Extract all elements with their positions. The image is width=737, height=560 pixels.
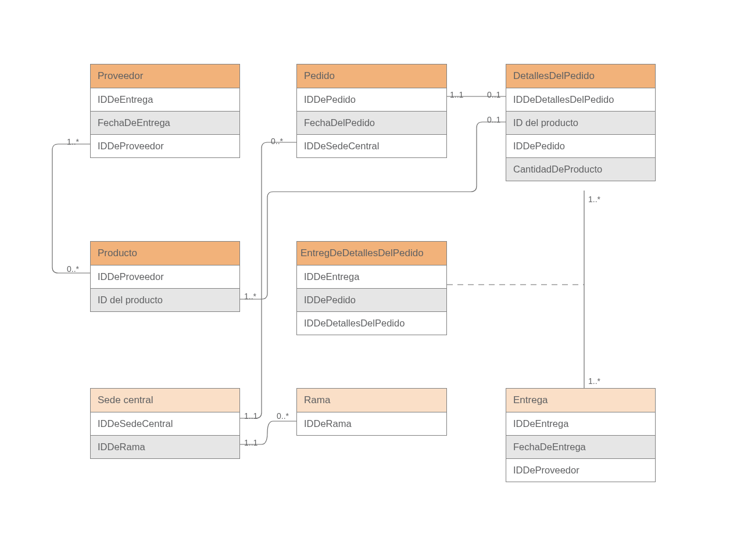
entity-detalles-del-pedido[interactable]: DetallesDelPedido IDDeDetallesDelPedido … <box>506 64 656 181</box>
multiplicity-label: 1..1 <box>244 438 257 447</box>
entity-attribute: ID del producto <box>90 289 240 312</box>
multiplicity-label: 0..* <box>271 137 283 146</box>
entity-attribute: FechaDelPedido <box>296 112 447 135</box>
entity-attribute: IDDeEntrega <box>296 265 447 289</box>
entity-attribute: IDDeEntrega <box>90 88 240 112</box>
entity-title: DetallesDelPedido <box>506 64 656 88</box>
entity-rama[interactable]: Rama IDDeRama <box>296 388 447 436</box>
entity-title: EntregDeDetallesDelPedido <box>296 241 447 265</box>
multiplicity-label: 0..1 <box>487 90 500 99</box>
entity-attribute: IDDeSedeCentral <box>296 135 447 158</box>
multiplicity-label: 1..1 <box>450 90 463 99</box>
entity-title: Rama <box>296 388 447 412</box>
multiplicity-label: 0..1 <box>487 115 500 124</box>
multiplicity-label: 1..* <box>244 292 256 301</box>
entity-entrega[interactable]: Entrega IDDeEntrega FechaDeEntrega IDDeP… <box>506 388 656 482</box>
multiplicity-label: 0..* <box>277 411 289 421</box>
entity-proveedor[interactable]: Proveedor IDDeEntrega FechaDeEntrega IDD… <box>90 64 240 158</box>
multiplicity-label: 1..1 <box>244 411 257 421</box>
entity-attribute: IDDePedido <box>296 289 447 312</box>
multiplicity-label: 1..* <box>588 376 600 386</box>
entity-entreg-de-detalles[interactable]: EntregDeDetallesDelPedido IDDeEntrega ID… <box>296 241 447 335</box>
entity-attribute: IDDeRama <box>90 436 240 459</box>
entity-attribute: IDDePedido <box>296 88 447 112</box>
entity-producto[interactable]: Producto IDDeProveedor ID del producto <box>90 241 240 312</box>
entity-attribute: FechaDeEntrega <box>90 112 240 135</box>
entity-title: Entrega <box>506 388 656 412</box>
uml-diagram-canvas: Proveedor IDDeEntrega FechaDeEntrega IDD… <box>0 0 737 560</box>
multiplicity-label: 1..* <box>67 137 79 146</box>
entity-attribute: IDDeDetallesDelPedido <box>296 312 447 335</box>
entity-attribute: IDDeProveedor <box>90 265 240 289</box>
entity-attribute: IDDeProveedor <box>506 459 656 482</box>
entity-title: Sede central <box>90 388 240 412</box>
entity-attribute: IDDeEntrega <box>506 412 656 436</box>
entity-attribute: IDDeProveedor <box>90 135 240 158</box>
entity-attribute: IDDePedido <box>506 135 656 158</box>
entity-attribute: CantidadDeProducto <box>506 158 656 181</box>
entity-title: Proveedor <box>90 64 240 88</box>
entity-title: Pedido <box>296 64 447 88</box>
entity-attribute: IDDeSedeCentral <box>90 412 240 436</box>
entity-attribute: ID del producto <box>506 112 656 135</box>
entity-attribute: IDDeDetallesDelPedido <box>506 88 656 112</box>
multiplicity-label: 1..* <box>588 195 600 204</box>
entity-title: Producto <box>90 241 240 265</box>
entity-attribute: FechaDeEntrega <box>506 436 656 459</box>
entity-sede-central[interactable]: Sede central IDDeSedeCentral IDDeRama <box>90 388 240 459</box>
entity-pedido[interactable]: Pedido IDDePedido FechaDelPedido IDDeSed… <box>296 64 447 158</box>
multiplicity-label: 0..* <box>67 264 79 274</box>
entity-attribute: IDDeRama <box>296 412 447 436</box>
